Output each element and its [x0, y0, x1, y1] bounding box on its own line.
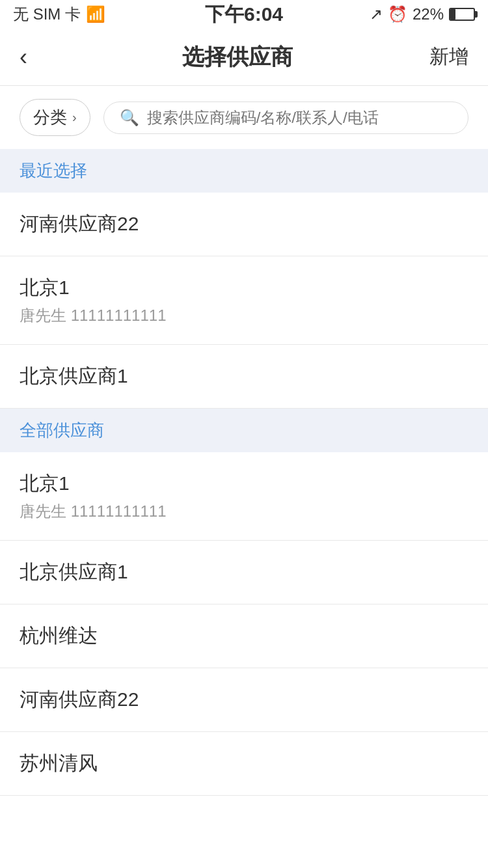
recent-section-header: 最近选择 — [0, 149, 488, 193]
status-left: 无 SIM 卡 📶 — [13, 4, 105, 25]
battery-percent: 22% — [413, 5, 444, 23]
item-name: 北京1 — [20, 275, 468, 301]
list-item[interactable]: 苏州清风 — [0, 732, 488, 796]
item-sub: 唐先生 11111111111 — [20, 501, 468, 522]
all-section-header: 全部供应商 — [0, 409, 488, 452]
item-name: 杭州维达 — [20, 623, 468, 649]
list-item[interactable]: 河南供应商22 — [0, 193, 488, 256]
list-item[interactable]: 北京供应商1 — [0, 345, 488, 409]
chevron-right-icon: › — [72, 110, 77, 125]
item-name: 北京1 — [20, 470, 468, 497]
list-item[interactable]: 北京供应商1 — [0, 541, 488, 604]
location-icon: ↗ — [370, 5, 383, 23]
battery-fill — [450, 9, 455, 20]
nav-title: 选择供应商 — [182, 42, 293, 72]
nav-bar: ‹ 选择供应商 新增 — [0, 29, 488, 86]
add-button[interactable]: 新增 — [416, 44, 468, 70]
item-name: 北京供应商1 — [20, 363, 468, 390]
all-items-list: 北京1唐先生 11111111111北京供应商1杭州维达河南供应商22苏州清风 — [0, 452, 488, 796]
recent-items-list: 河南供应商22北京1唐先生 11111111111北京供应商1 — [0, 193, 488, 409]
item-name: 河南供应商22 — [20, 686, 468, 713]
search-input[interactable] — [147, 109, 452, 127]
list-item[interactable]: 杭州维达 — [0, 604, 488, 668]
status-bar: 无 SIM 卡 📶 下午6:04 ↗ ⏰ 22% — [0, 0, 488, 29]
all-section-label: 全部供应商 — [20, 420, 104, 440]
wifi-icon: 📶 — [86, 5, 105, 23]
recent-section-label: 最近选择 — [20, 161, 87, 180]
alarm-icon: ⏰ — [388, 5, 407, 23]
item-name: 河南供应商22 — [20, 211, 468, 237]
back-button[interactable]: ‹ — [20, 44, 59, 71]
no-sim-label: 无 SIM 卡 — [13, 4, 81, 25]
category-filter[interactable]: 分类 › — [20, 99, 90, 136]
battery-bar — [449, 8, 475, 21]
filter-bar: 分类 › 🔍 — [0, 86, 488, 149]
item-sub: 唐先生 11111111111 — [20, 305, 468, 326]
list-item[interactable]: 北京1唐先生 11111111111 — [0, 452, 488, 541]
status-right: ↗ ⏰ 22% — [370, 5, 475, 23]
status-time: 下午6:04 — [205, 1, 283, 28]
category-label: 分类 — [33, 106, 67, 129]
search-box: 🔍 — [103, 102, 468, 134]
item-name: 苏州清风 — [20, 750, 468, 777]
item-name: 北京供应商1 — [20, 559, 468, 586]
search-icon: 🔍 — [120, 109, 139, 127]
list-item[interactable]: 北京1唐先生 11111111111 — [0, 256, 488, 345]
list-item[interactable]: 河南供应商22 — [0, 668, 488, 732]
